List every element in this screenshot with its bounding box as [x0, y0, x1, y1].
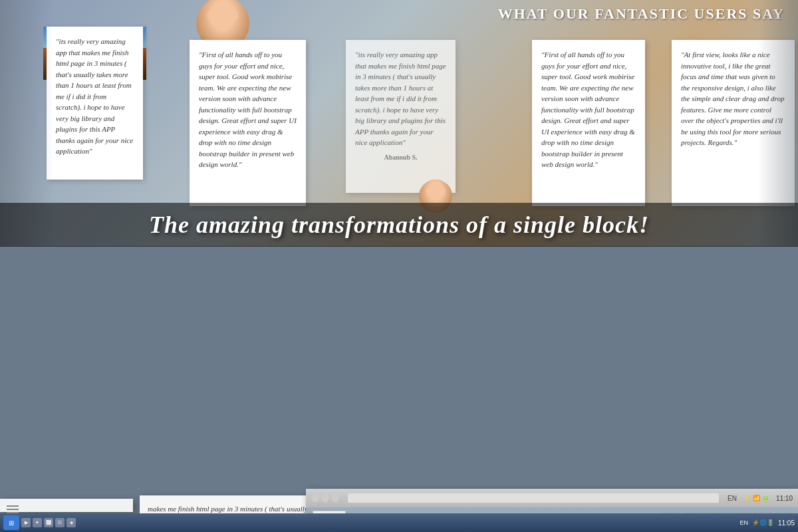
browser-btn-1[interactable] — [311, 494, 319, 502]
taskbar-icon-2[interactable]: ✦ — [33, 518, 42, 527]
address-bar[interactable] — [348, 493, 719, 503]
taskbar-lang: EN — [739, 519, 748, 526]
testimonial-card-5: "At first view, looks like a nice innova… — [672, 40, 795, 206]
testimonial-card-2: "First of all hands off to you guys for … — [190, 40, 306, 206]
taskbar-start-button[interactable]: ⊞ — [3, 515, 19, 530]
browser-time: 11:10 — [776, 495, 793, 502]
window-left: MOBIRISE GIVES YO "First of all hands of… — [0, 499, 133, 512]
browser-lang: EN — [728, 495, 737, 502]
taskbar-icon-1[interactable]: ▶ — [21, 518, 31, 527]
menu-line-1 — [7, 505, 19, 507]
desktop-area: MOBIRISE GIVES YO "First of all hands of… — [0, 246, 798, 532]
main-title-overlay: The amazing transformations of a single … — [0, 203, 798, 247]
taskbar-net-icons: ⚡🌐🔋 — [752, 519, 774, 526]
taskbar-icon-3[interactable]: ⬜ — [44, 518, 53, 527]
testimonial-card-3: "its really very amazing app that makes … — [346, 40, 456, 193]
taskbar: ⊞ ▶ ✦ ⬜ ⊡ ◈ EN ⚡🌐🔋 11:05 — [0, 513, 798, 532]
testimonial-card-1: "its really very amazing app that makes … — [47, 27, 143, 180]
browser-btn-3[interactable] — [331, 494, 339, 502]
browser-nav-buttons — [311, 494, 339, 502]
browser-btn-2[interactable] — [321, 494, 329, 502]
top-header: WHAT OUR FANTASTIC USERS SAY — [498, 5, 785, 23]
taskbar-icon-4[interactable]: ⊡ — [55, 518, 65, 527]
taskbar-icon-5[interactable]: ◈ — [66, 518, 76, 527]
hamburger-icon[interactable] — [7, 505, 126, 513]
menu-line-2 — [7, 509, 19, 510]
browser-toolbar: EN ⚡ 📶 🔋 11:10 — [306, 489, 798, 507]
browser-status-icons: ⚡ 📶 🔋 — [743, 495, 769, 501]
card-username: Abanoub S. — [355, 152, 446, 162]
testimonial-card-4: "First of all hands off to you guys for … — [532, 40, 645, 206]
taskbar-right: EN ⚡🌐🔋 11:05 — [739, 519, 795, 527]
main-title: The amazing transformations of a single … — [0, 211, 798, 239]
taskbar-time: 11:05 — [778, 519, 795, 527]
